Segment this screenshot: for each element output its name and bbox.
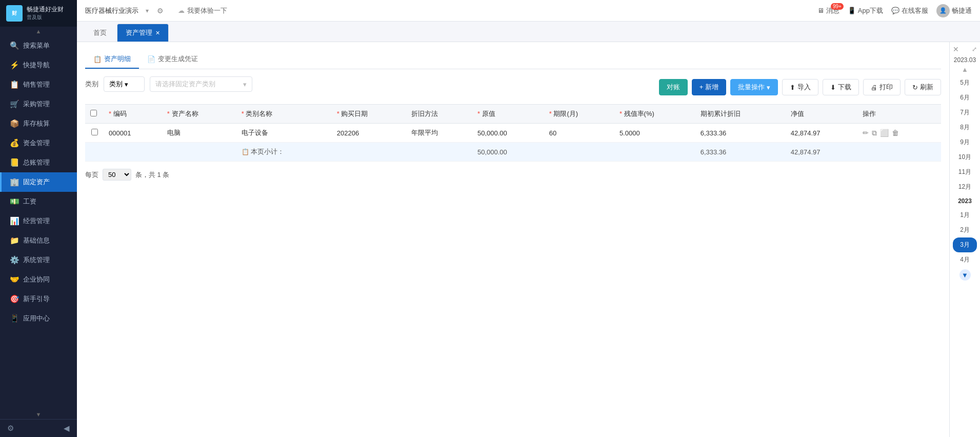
sub-tab-change-voucher[interactable]: 📄 变更生成凭证 (139, 50, 206, 69)
panel-month-12[interactable]: 12月 (950, 180, 980, 194)
company-dropdown-icon[interactable]: ▾ (146, 7, 149, 14)
toolbar-right: 对账 + 新增 批量操作 ▾ ⬆ 导入 ⬇ 下载 (659, 79, 941, 95)
subtotal-original-value: 50,000.00 (472, 143, 544, 162)
messages-badge: 99+ (831, 3, 844, 10)
panel-month-8[interactable]: 8月 (950, 120, 980, 135)
sidebar-item-quick-nav[interactable]: ⚡ 快捷导航 (0, 55, 77, 75)
messages-button[interactable]: 🖥 消息 99+ (817, 6, 839, 15)
import-icon: ⬆ (790, 84, 795, 91)
select-all-checkbox[interactable] (90, 110, 97, 116)
panel-month-2[interactable]: 2月 (950, 223, 980, 237)
sidebar-item-sys-mgmt[interactable]: ⚙️ 系统管理 (0, 250, 77, 270)
print-button[interactable]: 🖨 打印 (863, 79, 901, 95)
panel-month-6[interactable]: 6月 (950, 90, 980, 105)
col-original-value: 原值 (472, 105, 544, 124)
sub-tab-asset-detail[interactable]: 📋 资产明细 (85, 50, 139, 69)
row-actions: ✏ ⧉ ⬜ 🗑 (863, 129, 936, 137)
sidebar: 财 畅捷通好业财 普及版 ▲ 🔍 搜索菜单 ⚡ 快捷导航 📋 销售管理 🛒 采购… (0, 0, 77, 437)
app-center-icon: 📱 (10, 314, 19, 323)
per-page-label: 每页 (85, 170, 98, 180)
toolbar: 类别 类别 ▾ 请选择固定资产类别 ▾ 对账 + 新增 (85, 76, 941, 98)
new-button[interactable]: + 新增 (692, 79, 726, 95)
sidebar-bottom: ⚙ ◀ (0, 419, 77, 437)
panel-month-1[interactable]: 1月 (950, 208, 980, 223)
payroll-icon: 💵 (10, 197, 19, 206)
row-checkbox[interactable] (91, 129, 98, 135)
download-button[interactable]: ⬇ 下载 (823, 79, 859, 95)
sub-tabs: 📋 资产明细 📄 变更生成凭证 (85, 50, 941, 69)
col-category: 类别名称 (236, 105, 332, 124)
tab-home[interactable]: 首页 (85, 24, 115, 42)
cloud-icon: ☁ (178, 7, 185, 14)
tab-close-icon[interactable]: ✕ (155, 30, 160, 36)
sidebar-item-sales[interactable]: 📋 销售管理 (0, 75, 77, 94)
category-type-select[interactable]: 类别 ▾ (104, 76, 145, 92)
category-select[interactable]: 请选择固定资产类别 ▾ (150, 76, 252, 92)
panel-month-5[interactable]: 5月 (950, 75, 980, 90)
subtotal-init-accum-depreciation: 6,333.36 (695, 143, 786, 162)
refresh-button[interactable]: ↻ 刷新 (905, 79, 941, 95)
topbar-gear-icon[interactable]: ⚙ (157, 7, 164, 15)
panel-scroll-up-icon[interactable]: ▲ (962, 64, 968, 75)
sidebar-menu: 🔍 搜索菜单 ⚡ 快捷导航 📋 销售管理 🛒 采购管理 📦 库存核算 💰 资金管… (0, 36, 77, 410)
collapse-sidebar-icon[interactable]: ◀ (64, 424, 70, 433)
batch-ops-dropdown-icon: ▾ (767, 84, 770, 91)
settings-icon[interactable]: ⚙ (7, 424, 14, 433)
sidebar-item-ops[interactable]: 📊 经营管理 (0, 211, 77, 231)
sidebar-item-ledger[interactable]: 📒 总账管理 (0, 153, 77, 172)
cell-actions: ✏ ⧉ ⬜ 🗑 (857, 124, 941, 143)
sidebar-item-fixed-assets[interactable]: 🏢 固定资产 (0, 172, 77, 192)
panel-month-3[interactable]: 3月 (953, 237, 977, 252)
batch-ops-button[interactable]: 批量操作 ▾ (730, 79, 778, 95)
pagination: 每页 50 100 条，共 1 条 (85, 169, 941, 181)
subtotal-net-value: 42,874.97 (786, 143, 857, 162)
sidebar-scroll-up[interactable]: ▲ (0, 27, 77, 36)
experience-text[interactable]: 我要体验一下 (187, 6, 227, 15)
cell-name: 电脑 (162, 124, 236, 143)
topbar: 医疗器械行业演示 ▾ ⚙ ☁ 我要体验一下 🖥 消息 99+ 📱 App下载 💬… (77, 0, 980, 22)
online-service-button[interactable]: 💬 在线客服 (891, 6, 928, 15)
asset-detail-icon: 📋 (93, 55, 102, 63)
panel-month-10[interactable]: 10月 (950, 150, 980, 165)
user-area[interactable]: 👤 畅捷通 (936, 4, 972, 17)
edit-icon[interactable]: ✏ (863, 129, 869, 137)
per-page-select[interactable]: 50 100 (103, 169, 131, 181)
panel-month-7[interactable]: 7月 (950, 105, 980, 120)
sidebar-item-fund[interactable]: 💰 资金管理 (0, 133, 77, 153)
import-button[interactable]: ⬆ 导入 (782, 79, 818, 95)
subtotal-label: 📋 本页小计： (236, 143, 332, 162)
table-header-checkbox (85, 105, 104, 124)
sidebar-item-search[interactable]: 🔍 搜索菜单 (0, 36, 77, 55)
username: 畅捷通 (952, 6, 972, 15)
logo-text: 畅捷通好业财 (27, 6, 64, 14)
col-term: 期限(月) (544, 105, 614, 124)
sidebar-item-basic-info[interactable]: 📁 基础信息 (0, 231, 77, 250)
reconcile-button[interactable]: 对账 (659, 79, 688, 95)
panel-month-9[interactable]: 9月 (950, 135, 980, 150)
app-download-button[interactable]: 📱 App下载 (848, 6, 883, 15)
sidebar-scroll-down[interactable]: ▼ (0, 410, 77, 419)
panel-month-11[interactable]: 11月 (950, 165, 980, 180)
inventory-icon: 📦 (10, 119, 19, 128)
sidebar-item-app-center[interactable]: 📱 应用中心 (0, 309, 77, 328)
panel-year-title: 2023.03 (950, 54, 980, 64)
fixed-assets-icon: 🏢 (10, 177, 19, 187)
filter-row: 类别 类别 ▾ 请选择固定资产类别 ▾ (85, 76, 252, 92)
sidebar-item-purchase[interactable]: 🛒 采购管理 (0, 94, 77, 114)
panel-close-icon[interactable]: ✕ (952, 44, 960, 54)
copy-icon[interactable]: ⧉ (872, 129, 877, 137)
delete-icon[interactable]: 🗑 (892, 129, 899, 137)
more-icon[interactable]: ⬜ (880, 129, 889, 137)
panel-scroll-down-btn[interactable]: ▼ (959, 269, 971, 281)
sidebar-item-inventory[interactable]: 📦 库存核算 (0, 114, 77, 133)
sidebar-item-corp-collab[interactable]: 🤝 企业协同 (0, 270, 77, 289)
cell-net-value: 42,874.97 (786, 124, 857, 143)
sidebar-item-guide[interactable]: 🎯 新手引导 (0, 289, 77, 309)
experience-area: ☁ 我要体验一下 (178, 6, 227, 15)
cell-init-accum-depreciation: 6,333.36 (695, 124, 786, 143)
online-service-label: 在线客服 (902, 6, 928, 15)
panel-month-4[interactable]: 4月 (950, 252, 980, 267)
sidebar-item-payroll[interactable]: 💵 工资 (0, 192, 77, 211)
panel-expand-icon[interactable]: ⤢ (971, 45, 978, 54)
tab-asset-management[interactable]: 资产管理 ✕ (117, 24, 169, 42)
